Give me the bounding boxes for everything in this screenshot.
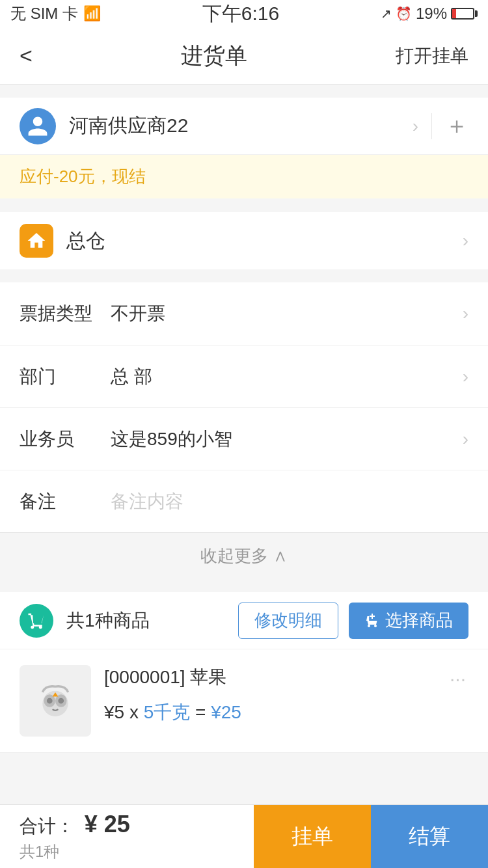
products-header: 共1种商品 修改明细 选择商品 (0, 592, 488, 649)
invoice-chevron-icon: › (463, 303, 468, 324)
product-item: [0000001] 苹果 ¥5 x 5千克 = ¥25 ··· (0, 649, 488, 753)
add-supplier-button[interactable]: ＋ (445, 110, 468, 142)
product-price-row: ¥5 x 5千克 = ¥25 (104, 700, 434, 725)
product-name: [0000001] 苹果 (104, 665, 434, 690)
location-icon: ↗ (381, 6, 392, 21)
divider-top (0, 85, 488, 98)
total-label: 合计： (20, 816, 74, 836)
form-card: 票据类型 不开票 › 部门 总 部 › 业务员 这是859的小智 › 备注 备注… (0, 282, 488, 532)
total-sub: 共1种 (20, 841, 234, 862)
unit-price: ¥5 x (104, 702, 144, 722)
status-right: ↗ ⏰ 19% (381, 5, 478, 23)
products-card: 共1种商品 修改明细 选择商品 (0, 592, 488, 753)
salesperson-value: 这是859的小智 (98, 427, 463, 452)
warehouse-icon (20, 224, 53, 258)
svg-point-3 (47, 698, 53, 704)
product-info: [0000001] 苹果 ¥5 x 5千克 = ¥25 (104, 665, 434, 725)
remark-row[interactable]: 备注 备注内容 (0, 470, 488, 532)
product-title: 苹果 (190, 667, 226, 687)
open-hang-button[interactable]: 打开挂单 (396, 44, 468, 68)
warehouse-row[interactable]: 总仓 › (0, 212, 488, 269)
subtotal: ¥25 (211, 702, 241, 722)
divider-2 (0, 269, 488, 282)
supplier-notice: 应付-20元，现结 (0, 155, 488, 199)
edit-detail-button[interactable]: 修改明细 (238, 603, 338, 639)
main-content: 河南供应商22 › ＋ 应付-20元，现结 总仓 › 票据类型 不开票 › (0, 85, 488, 817)
person-icon (26, 115, 49, 138)
checkout-button[interactable]: 结算 (371, 805, 488, 869)
warehouse-chevron-icon: › (463, 230, 468, 251)
collapse-button[interactable]: 收起更多 ∧ (0, 532, 488, 579)
dept-chevron-icon: › (463, 366, 468, 387)
invoice-value: 不开票 (98, 301, 463, 326)
footer-bar: 合计： ¥ 25 共1种 挂单 结算 (0, 804, 488, 868)
alarm-icon: ⏰ (396, 6, 412, 21)
cart-plus-icon (364, 613, 380, 629)
supplier-avatar (20, 108, 56, 144)
select-product-button[interactable]: 选择商品 (349, 603, 468, 639)
products-icon (20, 604, 53, 638)
product-id: [0000001] (104, 667, 190, 687)
products-count: 共1种商品 (66, 608, 238, 633)
product-thumbnail (20, 665, 91, 737)
remark-input[interactable]: 备注内容 (98, 489, 468, 514)
supplier-name: 河南供应商22 (69, 113, 413, 139)
product-more-button[interactable]: ··· (447, 665, 468, 692)
nav-bar: < 进货单 打开挂单 (0, 27, 488, 85)
dept-value: 总 部 (98, 364, 463, 389)
warehouse-name: 总仓 (66, 228, 463, 254)
remark-label: 备注 (20, 489, 98, 514)
supplier-row[interactable]: 河南供应商22 › ＋ (0, 98, 488, 155)
svg-point-4 (58, 698, 64, 704)
supplier-card: 河南供应商22 › ＋ 应付-20元，现结 (0, 98, 488, 199)
footer-total: 合计： ¥ 25 共1种 (0, 811, 254, 862)
page-title: 进货单 (181, 41, 247, 71)
divider-1 (0, 199, 488, 212)
back-button[interactable]: < (20, 43, 33, 68)
home-icon (26, 230, 47, 251)
product-owl-icon (33, 678, 78, 724)
battery-percent: 19% (416, 5, 447, 23)
dept-label: 部门 (20, 364, 98, 389)
salesperson-label: 业务员 (20, 427, 98, 452)
quantity: 5千克 (144, 702, 191, 722)
invoice-row[interactable]: 票据类型 不开票 › (0, 282, 488, 345)
dept-row[interactable]: 部门 总 部 › (0, 345, 488, 407)
divider-3 (0, 579, 488, 592)
total-amount: ¥ 25 (85, 811, 130, 837)
vertical-divider (431, 113, 432, 139)
salesperson-chevron-icon: › (463, 429, 468, 450)
wifi-icon: 📶 (83, 5, 101, 22)
invoice-label: 票据类型 (20, 301, 98, 326)
status-left: 无 SIM 卡 📶 (10, 3, 101, 24)
shopping-icon (27, 611, 46, 631)
salesperson-row[interactable]: 业务员 这是859的小智 › (0, 407, 488, 470)
carrier-label: 无 SIM 卡 (10, 3, 78, 24)
status-bar: 无 SIM 卡 📶 下午6:16 ↗ ⏰ 19% (0, 0, 488, 27)
status-time: 下午6:16 (202, 1, 279, 27)
battery-icon (451, 8, 478, 20)
equals: = (195, 702, 211, 722)
supplier-chevron-icon: › (413, 116, 418, 137)
hang-button[interactable]: 挂单 (254, 805, 371, 869)
warehouse-card[interactable]: 总仓 › (0, 212, 488, 269)
